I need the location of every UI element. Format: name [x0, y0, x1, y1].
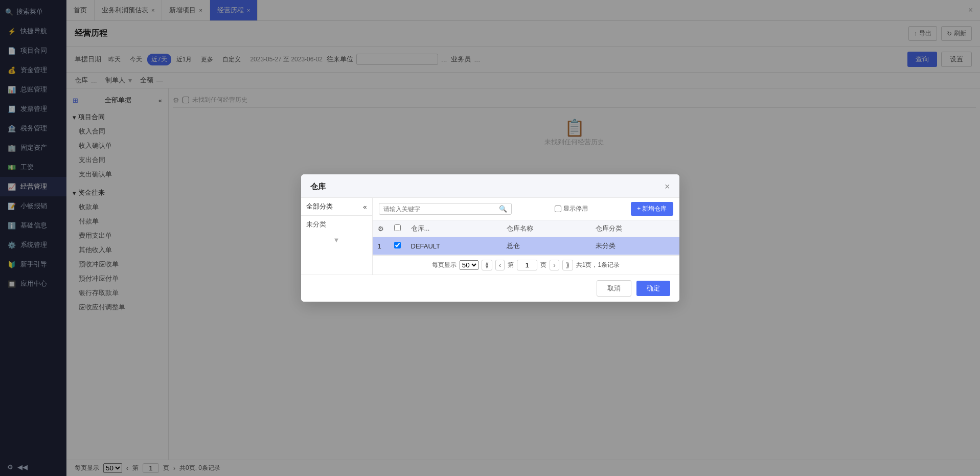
modal-table-row[interactable]: 1 DEFAULT 总仓 未分类: [373, 237, 679, 255]
row-code-cell: DEFAULT: [406, 237, 502, 255]
pag-page-label: 第: [508, 261, 514, 269]
row-checkbox-cell[interactable]: [389, 237, 406, 255]
col-checkbox: [389, 220, 406, 237]
modal-pagination: 每页显示 50 ⟪ ‹ 第 页 › ⟫ 共1页，1条记录: [373, 255, 679, 275]
modal-search-input[interactable]: [383, 206, 499, 213]
confirm-button[interactable]: 确定: [636, 281, 670, 296]
row-name-cell: 总仓: [502, 237, 590, 255]
modal-body: 全部分类 « 未分类 ▼ 🔍 显示停用: [301, 198, 679, 275]
modal-close-button[interactable]: ×: [665, 182, 670, 192]
first-page-btn[interactable]: ⟪: [482, 260, 492, 270]
modal-overlay: 仓库 × 全部分类 « 未分类 ▼ 🔍: [0, 0, 980, 476]
modal-toolbar: 🔍 显示停用 + 新增仓库: [373, 198, 679, 220]
all-categories-label: 全部分类: [306, 202, 333, 211]
col-category[interactable]: 仓库分类: [590, 220, 679, 237]
pagination-per-page-select[interactable]: 50: [460, 260, 478, 270]
show-disabled-checkbox[interactable]: [555, 206, 561, 212]
col-settings[interactable]: ⚙: [373, 220, 389, 237]
row-category-cell: 未分类: [590, 237, 679, 255]
pag-page-suffix: 页: [540, 261, 546, 269]
show-disabled-label[interactable]: 显示停用: [555, 205, 588, 213]
row-settings-cell: 1: [373, 237, 389, 255]
modal-category-panel: 全部分类 « 未分类 ▼: [301, 198, 373, 275]
code-col-label: 仓库...: [411, 224, 430, 232]
col-code[interactable]: 仓库...: [406, 220, 502, 237]
search-icon: 🔍: [499, 205, 507, 213]
next-page-btn[interactable]: ›: [550, 260, 559, 270]
modal-footer: 取消 确定: [301, 275, 679, 302]
row-checkbox[interactable]: [394, 242, 401, 248]
modal-main-panel: 🔍 显示停用 + 新增仓库 ⚙: [373, 198, 679, 275]
modal-uncategorized[interactable]: 未分类: [301, 216, 372, 233]
modal-title: 仓库: [310, 182, 326, 192]
modal-page-input[interactable]: [517, 260, 537, 270]
settings-col-icon: ⚙: [378, 225, 384, 233]
table-select-all[interactable]: [394, 224, 401, 231]
pagination-per-page-label: 每页显示: [432, 261, 457, 269]
scroll-indicator: ▼: [301, 233, 372, 247]
col-name[interactable]: 仓库名称: [502, 220, 590, 237]
modal-all-categories[interactable]: 全部分类 «: [301, 198, 372, 216]
name-col-label: 仓库名称: [507, 224, 533, 232]
category-col-label: 仓库分类: [596, 224, 622, 232]
modal-table-header-row: ⚙ 仓库... 仓库名称: [373, 220, 679, 237]
cancel-button[interactable]: 取消: [597, 280, 631, 297]
category-collapse-icon[interactable]: «: [363, 203, 367, 211]
modal-header: 仓库 ×: [301, 174, 679, 198]
modal-search-box: 🔍: [379, 203, 512, 215]
add-warehouse-button[interactable]: + 新增仓库: [631, 202, 673, 216]
last-page-btn[interactable]: ⟫: [562, 260, 573, 270]
warehouse-modal: 仓库 × 全部分类 « 未分类 ▼ 🔍: [301, 174, 679, 302]
prev-page-btn[interactable]: ‹: [495, 260, 505, 270]
show-disabled-text: 显示停用: [563, 205, 588, 213]
pagination-total: 共1页，1条记录: [576, 261, 620, 269]
modal-table: ⚙ 仓库... 仓库名称: [373, 220, 679, 255]
